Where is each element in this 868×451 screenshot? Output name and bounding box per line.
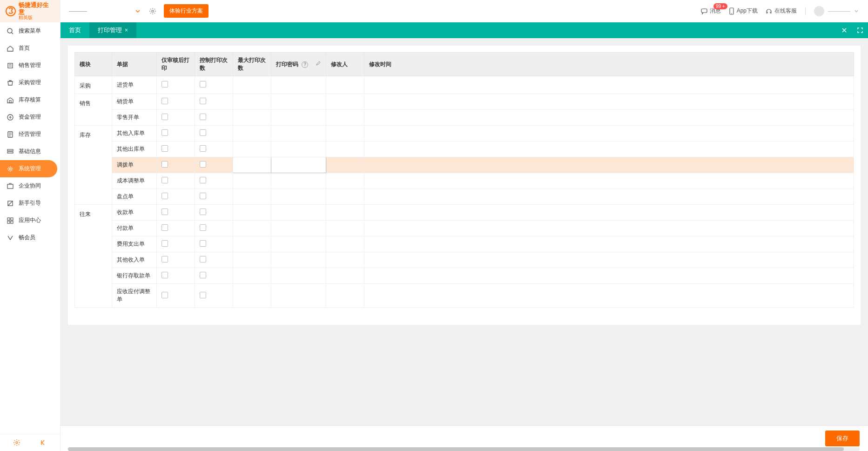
max-count-cell xyxy=(233,268,271,284)
user-menu[interactable]: ———— xyxy=(814,6,859,16)
checkbox[interactable] xyxy=(200,145,206,152)
th-modifier: 修改人 xyxy=(326,53,364,76)
sidebar-item-label: 资金管理 xyxy=(19,113,41,121)
control-count-cell xyxy=(195,221,233,236)
collapse-icon[interactable] xyxy=(40,439,47,446)
sidebar-item-operation[interactable]: 经营管理 xyxy=(0,126,60,143)
checkbox[interactable] xyxy=(161,256,168,263)
audit-only-cell xyxy=(157,110,195,126)
checkbox[interactable] xyxy=(200,224,206,231)
org-selector[interactable]: ——— xyxy=(61,7,149,14)
messages-button[interactable]: 消息 99 + xyxy=(700,7,721,15)
th-modify-time: 修改时间 xyxy=(364,53,854,76)
checkbox[interactable] xyxy=(200,129,206,136)
checkbox[interactable] xyxy=(200,114,206,120)
promo-button[interactable]: 体验行业方案 xyxy=(164,4,209,18)
sidebar-item-label: 应用中心 xyxy=(19,216,41,224)
sidebar-item-inventory[interactable]: 库存核算 xyxy=(0,91,60,108)
doc-cell: 费用支出单 xyxy=(112,236,157,252)
brand-logo: 畅捷通好生意 精英版 xyxy=(0,0,61,22)
password-cell xyxy=(271,76,326,94)
checkbox[interactable] xyxy=(200,240,206,247)
modifier-cell xyxy=(326,221,364,236)
sidebar-item-purchase[interactable]: 采购管理 xyxy=(0,74,60,91)
checkbox[interactable] xyxy=(161,224,168,231)
password-input[interactable] xyxy=(271,157,326,173)
table-row: 费用支出单 xyxy=(75,236,854,252)
checkbox[interactable] xyxy=(200,256,206,263)
close-icon[interactable]: × xyxy=(125,27,128,34)
max-count-input[interactable] xyxy=(233,157,271,173)
checkbox[interactable] xyxy=(200,98,206,104)
checkbox[interactable] xyxy=(200,272,206,278)
th-doc: 单据 xyxy=(112,53,157,76)
checkbox[interactable] xyxy=(200,209,206,215)
max-count-cell xyxy=(233,236,271,252)
close-all-tabs-icon[interactable] xyxy=(836,22,852,38)
sidebar-item-basedata[interactable]: 基础信息 xyxy=(0,143,60,160)
checkbox[interactable] xyxy=(161,209,168,215)
control-count-cell xyxy=(195,94,233,110)
sidebar-item-home[interactable]: 首页 xyxy=(0,40,60,57)
enterprise-icon xyxy=(7,182,14,190)
checkbox[interactable] xyxy=(200,81,206,88)
password-cell xyxy=(271,205,326,221)
modify-time-cell xyxy=(364,126,854,141)
sidebar-item-fund[interactable]: 资金管理 xyxy=(0,108,60,126)
checkbox[interactable] xyxy=(161,114,168,120)
checkbox[interactable] xyxy=(161,81,168,88)
sidebar-item-label: 畅会员 xyxy=(19,234,35,242)
sidebar-item-system[interactable]: 系统管理 xyxy=(0,160,57,177)
edit-icon[interactable] xyxy=(316,61,321,66)
modifier-cell xyxy=(326,268,364,284)
modify-time-cell xyxy=(364,110,854,126)
scrollbar-thumb[interactable] xyxy=(68,447,844,451)
checkbox[interactable] xyxy=(161,240,168,247)
table-row: 库存其他入库单 xyxy=(75,126,854,141)
checkbox[interactable] xyxy=(161,177,168,183)
max-count-cell xyxy=(233,205,271,221)
save-button[interactable]: 保存 xyxy=(825,431,860,446)
sidebar-item-vip[interactable]: 畅会员 xyxy=(0,229,60,246)
topbar: 畅捷通好生意 精英版 ——— 体验行业方案 消息 99 + App下载 在线客服 xyxy=(0,0,868,22)
settings-icon[interactable] xyxy=(13,439,20,446)
online-service-button[interactable]: 在线客服 xyxy=(765,7,797,15)
purchase-icon xyxy=(7,79,14,87)
sidebar-item-guide[interactable]: 新手引导 xyxy=(0,195,60,212)
modifier-cell xyxy=(326,141,364,157)
help-icon[interactable]: ? xyxy=(302,61,308,68)
doc-cell: 零售开单 xyxy=(112,110,157,126)
fullscreen-icon[interactable] xyxy=(852,22,868,38)
tab-print-manage[interactable]: 打印管理 × xyxy=(89,22,136,38)
checkbox[interactable] xyxy=(200,161,206,168)
gear-icon[interactable] xyxy=(149,7,161,15)
modify-time-cell xyxy=(364,141,854,157)
doc-cell: 进货单 xyxy=(112,76,157,94)
checkbox[interactable] xyxy=(161,161,168,168)
horizontal-scrollbar[interactable] xyxy=(68,447,860,451)
table-row: 其他收入单 xyxy=(75,252,854,268)
checkbox[interactable] xyxy=(200,177,206,183)
tab-home[interactable]: 首页 xyxy=(61,22,89,38)
apps-icon xyxy=(7,217,14,224)
module-cell: 往来 xyxy=(75,205,112,308)
table-row: 其他出库单 xyxy=(75,141,854,157)
checkbox[interactable] xyxy=(161,98,168,104)
tab-label: 首页 xyxy=(69,26,81,34)
checkbox[interactable] xyxy=(161,145,168,152)
doc-cell: 盘点单 xyxy=(112,189,157,205)
app-download-button[interactable]: App下载 xyxy=(728,7,758,15)
sidebar-item-search[interactable]: 搜索菜单 xyxy=(0,22,60,40)
checkbox[interactable] xyxy=(161,129,168,136)
checkbox[interactable] xyxy=(200,193,206,199)
checkbox[interactable] xyxy=(161,193,168,199)
content-panel: 模块 单据 仅审核后打印 控制打印次数 最大打印次数 打印密码 ? xyxy=(61,38,868,451)
fund-icon xyxy=(7,114,14,121)
max-count-cell xyxy=(233,110,271,126)
sidebar-item-enterprise[interactable]: 企业协同 xyxy=(0,177,60,195)
checkbox[interactable] xyxy=(161,292,168,298)
sidebar-item-sales[interactable]: 销售管理 xyxy=(0,57,60,74)
checkbox[interactable] xyxy=(161,272,168,278)
sidebar-item-apps[interactable]: 应用中心 xyxy=(0,212,60,229)
checkbox[interactable] xyxy=(200,292,206,298)
